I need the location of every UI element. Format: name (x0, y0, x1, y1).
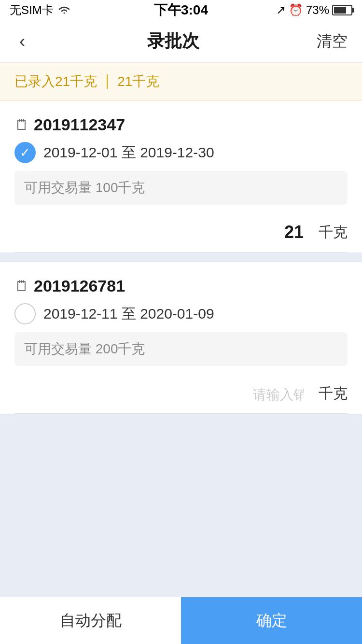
available-qty-2: 可用交易量 200千克 (14, 332, 348, 366)
qty-input-row-1: 千克 (14, 212, 348, 252)
qty-unit-1: 千克 (319, 223, 348, 242)
page-title: 录批次 (147, 29, 199, 53)
qty-input-1[interactable] (253, 222, 311, 242)
batch-item-2: 🗒 2019126781 2019-12-11 至 2020-01-09 可用交… (0, 262, 362, 414)
available-qty-1: 可用交易量 100千克 (14, 171, 348, 205)
back-button[interactable]: ‹ (14, 27, 30, 56)
radio-button-1[interactable]: ✓ (14, 142, 36, 163)
nav-bar: ‹ 录批次 清空 (0, 20, 362, 63)
status-right: ↗ ⏰ 73% (276, 3, 352, 17)
batch-item-1: 🗒 2019112347 ✓ 2019-12-01 至 2019-12-30 可… (0, 101, 362, 252)
alarm-icon: ⏰ (289, 3, 303, 17)
location-icon: ↗ (276, 3, 286, 17)
status-left: 无SIM卡 (10, 2, 71, 18)
batch-doc-icon-1: 🗒 (14, 117, 29, 133)
carrier-text: 无SIM卡 (10, 2, 54, 18)
batch-date-2: 2019-12-11 至 2020-01-09 (43, 304, 214, 324)
status-bar: 无SIM卡 下午3:04 ↗ ⏰ 73% (0, 0, 362, 20)
batch-date-row-1: ✓ 2019-12-01 至 2019-12-30 (14, 142, 348, 163)
qty-input-2[interactable] (253, 383, 311, 404)
clear-button[interactable]: 清空 (317, 31, 348, 52)
batch-date-1: 2019-12-01 至 2019-12-30 (43, 143, 214, 163)
battery-percent: 73% (306, 3, 329, 17)
recorded-amount-value: 21千克 (117, 72, 159, 91)
qty-unit-2: 千克 (319, 384, 348, 404)
content-area: 🗒 2019112347 ✓ 2019-12-01 至 2019-12-30 可… (0, 101, 362, 414)
confirm-button[interactable]: 确定 (181, 597, 362, 644)
status-time: 下午3:04 (154, 1, 208, 19)
batch-date-row-2: 2019-12-11 至 2020-01-09 (14, 303, 348, 324)
auto-distribute-button[interactable]: 自动分配 (0, 597, 181, 644)
info-banner: 已录入21千克 21千克 (0, 63, 362, 101)
qty-input-row-2: 千克 (14, 374, 348, 414)
recorded-amount-label: 已录入21千克 (14, 72, 97, 91)
batch-header-2: 🗒 2019126781 (14, 277, 348, 295)
check-mark-1: ✓ (20, 145, 30, 160)
batch-id-1: 2019112347 (34, 115, 125, 134)
section-divider (0, 252, 362, 262)
banner-divider (107, 74, 108, 89)
batch-doc-icon-2: 🗒 (14, 278, 29, 294)
wifi-icon (57, 5, 71, 15)
batch-header-1: 🗒 2019112347 (14, 115, 348, 134)
bottom-bar: 自动分配 确定 (0, 597, 362, 644)
radio-button-2[interactable] (14, 303, 36, 324)
battery-icon (332, 5, 352, 15)
batch-id-2: 2019126781 (34, 277, 125, 295)
